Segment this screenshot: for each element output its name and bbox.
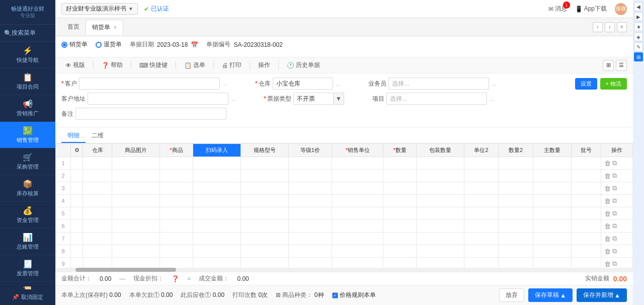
tab-close-btn[interactable]: ×	[617, 22, 627, 32]
sub-tab-2d[interactable]: 二维	[86, 129, 110, 143]
radio-return[interactable]: 退货单	[96, 40, 122, 49]
messages-btn[interactable]: ✉ 1 消息	[548, 5, 567, 13]
invoice-type-select[interactable]: 不开票 ▼	[293, 93, 344, 105]
user-avatar[interactable]: 珠珠	[615, 3, 627, 15]
tab-sale-order[interactable]: 销货单 ×	[86, 20, 123, 35]
sidebar-item-invoice[interactable]: 🧾 发票管理	[0, 255, 55, 282]
remark-input[interactable]	[75, 108, 226, 120]
sidebar-item-purchase[interactable]: 🛒 采购管理	[0, 148, 55, 175]
row-2-spec[interactable]	[240, 170, 288, 182]
price-rule-checkbox[interactable]: ✓	[332, 292, 338, 298]
row-2-scan[interactable]	[193, 170, 240, 182]
save-draft-arrow[interactable]: ▲	[560, 292, 566, 299]
row-6-copy-icon[interactable]: ⧉	[612, 222, 617, 230]
customer-input[interactable]	[79, 78, 220, 90]
row-1-spec[interactable]	[240, 157, 288, 170]
row-2-delete-icon[interactable]: 🗑	[604, 172, 611, 180]
sidebar-item-projects[interactable]: 📋 项目合同	[0, 68, 55, 95]
row-2-qty[interactable]	[383, 170, 416, 182]
row-6-delete-icon[interactable]: 🗑	[604, 222, 611, 230]
price-rule-checkbox-item[interactable]: ✓ 价格规则本单	[332, 291, 376, 299]
row-1-batch[interactable]	[572, 157, 601, 170]
row-1-warehouse[interactable]	[83, 157, 112, 170]
staff-more-btn[interactable]: ...	[492, 81, 496, 87]
row-1-qty[interactable]	[383, 157, 416, 170]
row-5-delete-icon[interactable]: 🗑	[604, 210, 611, 217]
set-btn[interactable]: 设置	[575, 78, 597, 90]
toolbar-help-btn[interactable]: ❓ 帮助	[98, 59, 127, 71]
row-1-copy-icon[interactable]: ⧉	[612, 159, 617, 167]
invoice-type-arrow[interactable]: ▼	[334, 93, 344, 105]
toolbar-operate-btn[interactable]: 操作	[254, 59, 274, 71]
staff-input[interactable]: 选择...	[388, 78, 489, 90]
list-view-btn[interactable]: ☰	[616, 60, 627, 71]
right-panel-btn-6[interactable]: ⊞	[634, 52, 643, 61]
col-settings[interactable]: ⚙	[71, 144, 83, 157]
row-1-sale-unit[interactable]	[332, 157, 383, 170]
row-9-delete-icon[interactable]: 🗑	[604, 260, 611, 268]
row-2-product[interactable]	[160, 170, 193, 182]
row-2-warehouse[interactable]	[83, 170, 112, 182]
hscroll-thumb[interactable]	[75, 268, 176, 272]
project-input[interactable]: 选择...	[386, 93, 487, 105]
sidebar-item-accounts[interactable]: 📊 总账管理	[0, 228, 55, 255]
row-1-scan[interactable]	[193, 157, 240, 170]
customer-addr-input[interactable]	[88, 93, 228, 105]
right-panel-btn-3[interactable]: ★	[634, 22, 643, 31]
row-7-delete-icon[interactable]: 🗑	[604, 235, 611, 243]
save-new-arrow[interactable]: ▲	[614, 292, 620, 299]
right-panel-btn-4[interactable]: ◈	[634, 32, 643, 41]
row-8-delete-icon[interactable]: 🗑	[604, 248, 611, 255]
toolbar-shortcut-btn[interactable]: ⌨ 快捷键	[135, 59, 172, 71]
sidebar-search[interactable]: 🔍 搜索菜单	[0, 25, 55, 42]
right-panel-btn-5[interactable]: ✎	[634, 42, 643, 51]
row-5-copy-icon[interactable]: ⧉	[612, 209, 617, 217]
sidebar-item-marketing[interactable]: 📢 营销推广	[0, 95, 55, 122]
save-draft-btn[interactable]: 保存草稿 ▲	[528, 288, 573, 302]
right-panel-btn-2[interactable]: ▶	[634, 12, 643, 21]
tab-prev-btn[interactable]: ‹	[593, 22, 603, 32]
app-download-btn[interactable]: 📱 App下载	[575, 5, 607, 13]
row-1-product[interactable]	[160, 157, 193, 170]
radio-sale[interactable]: 销货单	[61, 40, 88, 49]
sidebar-item-inventory[interactable]: 📦 库存核算	[0, 175, 55, 202]
warehouse-input[interactable]: 小宝仓库	[273, 78, 333, 90]
row-1-main-qty[interactable]	[533, 157, 572, 170]
tab-close-icon[interactable]: ×	[114, 25, 117, 30]
grid-view-btn[interactable]: ⊞	[603, 60, 614, 71]
row-1-qty2[interactable]	[499, 157, 533, 170]
row-2-batch[interactable]	[572, 170, 601, 182]
row-2-main-qty[interactable]	[533, 170, 572, 182]
sub-tab-detail[interactable]: 明细	[61, 129, 86, 143]
row-3-copy-icon[interactable]: ⧉	[612, 184, 617, 192]
project-more-btn[interactable]: ...	[490, 96, 494, 102]
row-1-delete-icon[interactable]: 🗑	[604, 160, 611, 167]
calendar-icon[interactable]: 📅	[191, 41, 198, 48]
toolbar-select-btn[interactable]: 📋 选单	[180, 59, 209, 71]
company-selector[interactable]: 好业财专业版演示样书 ▼	[61, 3, 138, 15]
row-2-pack-qty[interactable]	[416, 170, 464, 182]
customer-more-btn[interactable]: ...	[223, 81, 227, 87]
tab-home[interactable]: 首页	[61, 20, 86, 34]
row-7-copy-icon[interactable]: ⧉	[612, 235, 617, 243]
sidebar-item-sales[interactable]: 💹 销售管理	[0, 122, 55, 148]
add-logistics-btn[interactable]: + 物流	[600, 78, 627, 90]
row-4-copy-icon[interactable]: ⧉	[612, 197, 617, 205]
row-2-qty2[interactable]	[499, 170, 533, 182]
row-2-copy-icon[interactable]: ⧉	[612, 172, 617, 180]
sidebar-item-finance[interactable]: 💰 资金管理	[0, 202, 55, 228]
customer-addr-more-btn[interactable]: ...	[231, 96, 235, 102]
row-9-copy-icon[interactable]: ⧉	[612, 260, 617, 268]
meta-date-value[interactable]: 2023-03-18	[157, 41, 188, 48]
row-2-sale-unit[interactable]	[332, 170, 383, 182]
sidebar-item-tax[interactable]: 📜 税务管理	[0, 282, 55, 289]
toolbar-history-btn[interactable]: 🕐 历史单据	[283, 59, 324, 71]
row-1-grade-price[interactable]	[288, 157, 332, 170]
sidebar-item-quicknav[interactable]: ⚡ 快捷导航	[0, 42, 55, 68]
row-8-copy-icon[interactable]: ⧉	[612, 247, 617, 255]
tab-next-btn[interactable]: ›	[605, 22, 615, 32]
save-new-btn[interactable]: 保存并新增 ▲	[577, 288, 627, 302]
warehouse-more-btn[interactable]: ...	[336, 81, 340, 87]
row-1-pack-qty[interactable]	[416, 157, 464, 170]
hscroll-bar[interactable]	[55, 268, 633, 272]
